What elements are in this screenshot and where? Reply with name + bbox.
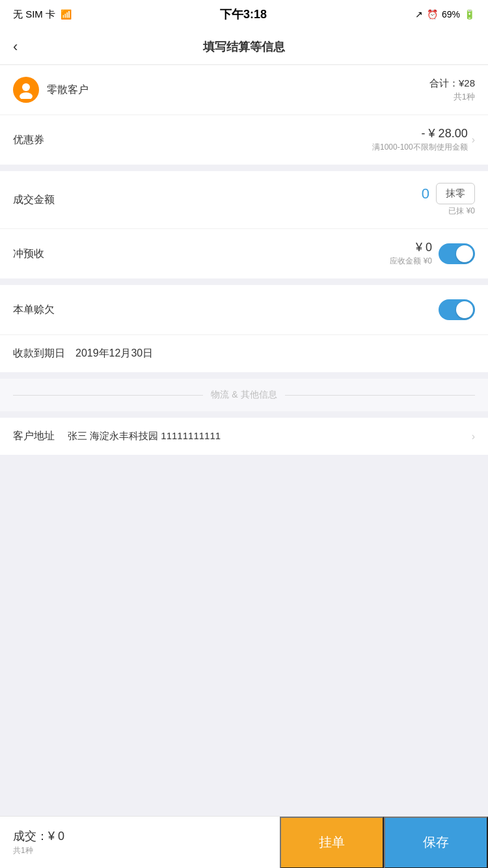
wifi-icon: 📶 bbox=[61, 9, 72, 20]
pre-receipt-toggle[interactable] bbox=[439, 243, 475, 264]
due-date-label: 收款到期日 bbox=[13, 347, 65, 360]
round-zero-button[interactable]: 抹零 bbox=[436, 183, 475, 204]
address-chevron-icon: › bbox=[472, 431, 475, 442]
location-icon: ↗ bbox=[415, 9, 423, 20]
pre-receipt-right: ¥ 0 应收金额 ¥0 bbox=[390, 241, 475, 267]
bottom-deal-label: 成交： bbox=[13, 830, 48, 843]
due-date-value: 2019年12月30日 bbox=[75, 347, 153, 360]
coupon-right: - ¥ 28.00 满1000-100不限制使用金额 › bbox=[372, 127, 475, 153]
bottom-deal-amount: 成交：¥ 0 bbox=[13, 828, 267, 844]
address-label: 客户地址 bbox=[13, 429, 55, 443]
status-time: 下午3:18 bbox=[220, 7, 267, 22]
divider-line-left bbox=[13, 395, 203, 396]
bottom-bar: 成交：¥ 0 共1种 挂单 保存 bbox=[0, 816, 488, 868]
logistics-section: 物流 & 其他信息 bbox=[0, 379, 488, 411]
status-left: 无 SIM 卡 📶 bbox=[13, 8, 72, 21]
pre-receipt-label: 冲预收 bbox=[13, 247, 44, 261]
pre-receipt-row: 冲预收 ¥ 0 应收金额 ¥0 bbox=[0, 228, 488, 278]
customer-count: 共1种 bbox=[429, 91, 475, 103]
divider-line-right bbox=[285, 395, 475, 396]
status-bar: 无 SIM 卡 📶 下午3:18 ↗ ⏰ 69% 🔋 bbox=[0, 0, 488, 29]
customer-total: 合计：¥28 bbox=[429, 77, 475, 90]
deal-amount-controls: 0 抹零 bbox=[422, 183, 475, 204]
hang-order-button[interactable]: 挂单 bbox=[280, 817, 384, 869]
bottom-count: 共1种 bbox=[13, 845, 267, 856]
pre-receipt-amount: ¥ 0 bbox=[390, 241, 432, 254]
deal-amount-section: 成交金额 0 抹零 已抹 ¥0 冲预收 ¥ 0 应收金额 ¥0 bbox=[0, 171, 488, 278]
address-value: 张三 海淀永丰科技园 11111111111 bbox=[68, 430, 472, 442]
logistics-divider-text: 物流 & 其他信息 bbox=[211, 389, 277, 401]
customer-right: 合计：¥28 共1种 bbox=[429, 77, 475, 103]
already-rounded-text: 已抹 ¥0 bbox=[422, 206, 475, 217]
bottom-info: 成交：¥ 0 共1种 bbox=[0, 828, 280, 856]
due-debt-toggle[interactable] bbox=[439, 299, 475, 320]
deal-amount-row: 成交金额 0 抹零 已抹 ¥0 bbox=[0, 171, 488, 228]
bottom-spacer bbox=[0, 461, 488, 513]
logistics-divider: 物流 & 其他信息 bbox=[0, 379, 488, 411]
nav-bar: ‹ 填写结算等信息 bbox=[0, 29, 488, 65]
customer-name: 零散客户 bbox=[47, 83, 88, 97]
due-debt-label: 本单赊欠 bbox=[13, 303, 55, 317]
pre-receipt-amounts: ¥ 0 应收金额 ¥0 bbox=[390, 241, 432, 267]
bottom-deal-value: ¥ 0 bbox=[48, 830, 64, 843]
save-button[interactable]: 保存 bbox=[384, 817, 488, 869]
chevron-right-icon: › bbox=[472, 134, 475, 146]
sim-status: 无 SIM 卡 bbox=[13, 8, 55, 21]
customer-section: 零散客户 合计：¥28 共1种 优惠券 - ¥ 28.00 满1000-100不… bbox=[0, 65, 488, 165]
coupon-amount: - ¥ 28.00 bbox=[372, 127, 468, 141]
status-right: ↗ ⏰ 69% 🔋 bbox=[415, 9, 475, 20]
due-date-row: 收款到期日 2019年12月30日 bbox=[0, 334, 488, 372]
battery-icon: 🔋 bbox=[464, 9, 475, 20]
deal-amount-value[interactable]: 0 bbox=[422, 185, 429, 202]
page-title: 填写结算等信息 bbox=[203, 39, 285, 55]
svg-point-1 bbox=[20, 92, 33, 99]
coupon-label: 优惠券 bbox=[13, 133, 44, 147]
coupon-description: 满1000-100不限制使用金额 bbox=[372, 142, 468, 153]
due-debt-section: 本单赊欠 收款到期日 2019年12月30日 bbox=[0, 285, 488, 372]
alarm-icon: ⏰ bbox=[427, 9, 438, 20]
customer-row: 零散客户 合计：¥28 共1种 bbox=[0, 65, 488, 115]
address-section: 客户地址 张三 海淀永丰科技园 11111111111 › bbox=[0, 418, 488, 455]
back-button[interactable]: ‹ bbox=[13, 38, 18, 55]
pre-receipt-receivable: 应收金额 ¥0 bbox=[390, 256, 432, 267]
customer-left: 零散客户 bbox=[13, 77, 88, 103]
avatar bbox=[13, 77, 39, 103]
due-debt-row: 本单赊欠 bbox=[0, 285, 488, 334]
user-icon bbox=[17, 81, 35, 99]
coupon-row[interactable]: 优惠券 - ¥ 28.00 满1000-100不限制使用金额 › bbox=[0, 115, 488, 165]
svg-point-0 bbox=[22, 83, 30, 91]
address-row[interactable]: 客户地址 张三 海淀永丰科技园 11111111111 › bbox=[0, 418, 488, 455]
deal-amount-label: 成交金额 bbox=[13, 193, 55, 207]
battery-percent: 69% bbox=[442, 9, 460, 20]
